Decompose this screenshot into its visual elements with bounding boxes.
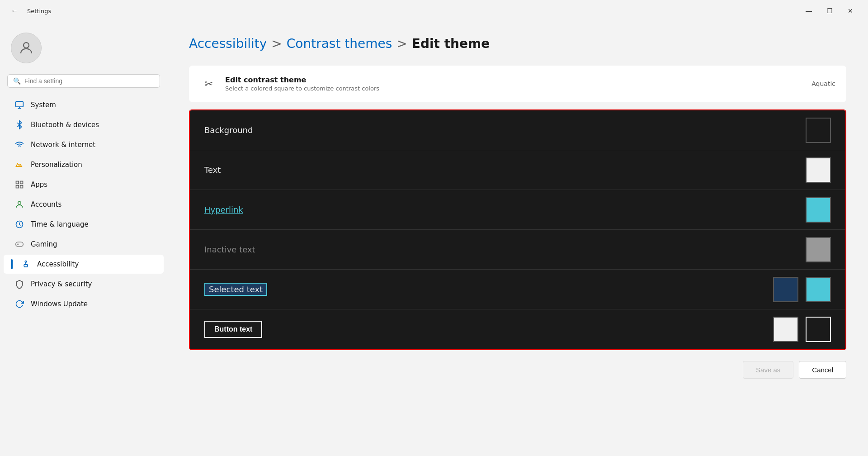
user-avatar[interactable] — [11, 33, 42, 63]
theme-icon: ✂ — [200, 75, 218, 93]
privacy-icon — [14, 279, 24, 289]
svg-rect-3 — [20, 181, 23, 184]
back-icon: ← — [11, 7, 18, 15]
sidebar-label-network: Network & internet — [31, 141, 95, 149]
sidebar-label-gaming: Gaming — [31, 240, 57, 248]
save-as-button[interactable]: Save as — [743, 361, 793, 379]
sidebar-item-accessibility[interactable]: Accessibility — [4, 255, 164, 274]
breadcrumb-part2[interactable]: Contrast themes — [287, 36, 392, 51]
time-icon — [14, 219, 24, 229]
sidebar-label-bluetooth: Bluetooth & devices — [31, 121, 99, 129]
breadcrumb-sep1: > — [271, 36, 282, 51]
theme-row-inactive: Inactive text — [190, 230, 845, 270]
sidebar-label-personalization: Personalization — [31, 161, 82, 169]
minimize-button[interactable]: — — [798, 4, 819, 18]
app-title: Settings — [27, 8, 51, 14]
search-icon: 🔍 — [13, 77, 21, 85]
svg-point-6 — [18, 201, 21, 204]
sidebar-item-network[interactable]: Network & internet — [4, 135, 164, 154]
sidebar-item-gaming[interactable]: Gaming — [4, 235, 164, 254]
sidebar-item-bluetooth[interactable]: Bluetooth & devices — [4, 115, 164, 134]
text-label: Text — [204, 165, 806, 175]
theme-row-text: Text — [190, 150, 845, 190]
cancel-button[interactable]: Cancel — [799, 361, 846, 379]
breadcrumb-sep2: > — [396, 36, 407, 51]
theme-editor: Background Text Hyperlink Inactive text — [189, 109, 846, 350]
sidebar-item-accounts[interactable]: Accounts — [4, 195, 164, 214]
selected-text-label: Selected text — [204, 285, 773, 294]
selected-fg-swatch[interactable] — [806, 277, 831, 302]
titlebar: ← Settings — ❐ ✕ — [0, 0, 868, 22]
apps-icon — [14, 180, 24, 190]
card-header-title: Edit contrast theme — [225, 76, 811, 84]
theme-row-background: Background — [190, 110, 845, 150]
sidebar-label-accounts: Accounts — [31, 200, 61, 209]
breadcrumb: Accessibility > Contrast themes > Edit t… — [189, 36, 846, 51]
svg-rect-2 — [16, 181, 19, 184]
hyperlink-label[interactable]: Hyperlink — [204, 205, 806, 214]
background-label: Background — [204, 125, 806, 135]
network-icon — [14, 140, 24, 150]
selected-bg-swatch[interactable] — [773, 277, 798, 302]
button-text-swatch[interactable] — [773, 317, 798, 342]
sidebar-label-accessibility: Accessibility — [37, 260, 79, 268]
theme-row-button: Button text — [190, 309, 845, 349]
bluetooth-icon — [14, 120, 24, 130]
sidebar-item-time[interactable]: Time & language — [4, 215, 164, 234]
sidebar-label-time: Time & language — [31, 220, 89, 228]
breadcrumb-current: Edit theme — [412, 36, 490, 51]
search-input[interactable] — [24, 77, 154, 85]
accessibility-icon — [21, 259, 31, 269]
content-area: Accessibility > Contrast themes > Edit t… — [167, 22, 868, 456]
theme-row-selected: Selected text — [190, 270, 845, 309]
hyperlink-swatch[interactable] — [806, 197, 831, 223]
card-header: ✂ Edit contrast theme Select a colored s… — [189, 66, 846, 102]
footer-row: Save as Cancel — [189, 357, 846, 386]
active-indicator — [11, 259, 13, 269]
sidebar-item-system[interactable]: System — [4, 95, 164, 114]
background-swatch[interactable] — [806, 118, 831, 143]
sidebar: 🔍 System Bluetooth & devices Network & i… — [0, 22, 167, 456]
sidebar-label-apps: Apps — [31, 180, 47, 189]
window-controls: — ❐ ✕ — [798, 4, 861, 18]
svg-point-9 — [25, 261, 26, 262]
theme-name-badge: Aquatic — [811, 80, 835, 87]
svg-rect-5 — [20, 185, 23, 188]
card-header-desc: Select a colored square to customize con… — [225, 85, 811, 92]
back-button[interactable]: ← — [7, 4, 22, 18]
edit-theme-card: ✂ Edit contrast theme Select a colored s… — [189, 66, 846, 102]
selected-swatches — [773, 277, 831, 302]
svg-rect-4 — [16, 185, 19, 188]
theme-row-hyperlink: Hyperlink — [190, 190, 845, 230]
accounts-icon — [14, 200, 24, 209]
personalization-icon — [14, 160, 24, 170]
sidebar-label-update: Windows Update — [31, 300, 88, 308]
button-bg-swatch[interactable] — [806, 317, 831, 342]
button-swatches — [773, 317, 831, 342]
button-text-label: Button text — [204, 321, 773, 338]
button-preview[interactable]: Button text — [204, 321, 262, 338]
svg-rect-8 — [16, 242, 24, 247]
close-button[interactable]: ✕ — [840, 4, 861, 18]
update-icon — [14, 299, 24, 309]
sidebar-label-privacy: Privacy & security — [31, 280, 92, 288]
maximize-button[interactable]: ❐ — [819, 4, 840, 18]
breadcrumb-part1[interactable]: Accessibility — [189, 36, 267, 51]
selected-text-preview: Selected text — [204, 283, 267, 296]
card-header-text: Edit contrast theme Select a colored squ… — [225, 76, 811, 92]
system-icon — [14, 100, 24, 110]
gaming-icon — [14, 239, 24, 249]
sidebar-item-update[interactable]: Windows Update — [4, 294, 164, 314]
sidebar-item-personalization[interactable]: Personalization — [4, 155, 164, 174]
search-box[interactable]: 🔍 — [7, 74, 160, 88]
app-body: 🔍 System Bluetooth & devices Network & i… — [0, 22, 868, 456]
sidebar-item-apps[interactable]: Apps — [4, 175, 164, 194]
svg-rect-1 — [16, 102, 24, 107]
text-swatch[interactable] — [806, 157, 831, 183]
inactive-swatch[interactable] — [806, 237, 831, 262]
sidebar-label-system: System — [31, 101, 56, 109]
sidebar-item-privacy[interactable]: Privacy & security — [4, 275, 164, 294]
svg-point-0 — [24, 43, 29, 48]
inactive-text-label: Inactive text — [204, 245, 806, 254]
user-icon — [18, 40, 34, 56]
